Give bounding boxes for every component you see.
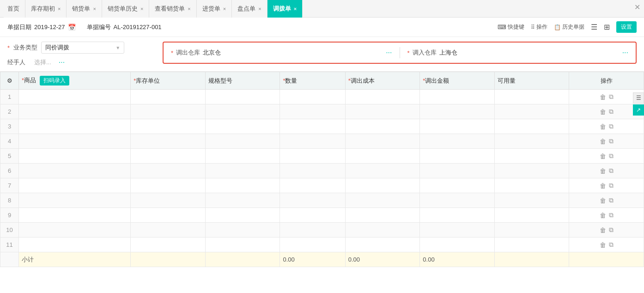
cell-amount[interactable] [420,90,495,104]
window-close-icon[interactable]: ✕ [634,4,640,11]
cell-cost[interactable] [345,223,420,238]
cell-goods[interactable] [19,178,131,193]
cell-spec[interactable] [205,90,280,104]
tab-transfer-order[interactable]: 调拨单 × [267,0,303,18]
cell-qty[interactable] [280,104,345,119]
th-gear[interactable]: ⚙ [0,72,19,90]
cell-avail[interactable] [494,208,569,223]
shortcut-action[interactable]: ⌨ 快捷键 [498,23,524,31]
tab-purchase-order-close[interactable]: × [223,6,226,12]
cell-cost[interactable] [345,178,420,193]
cell-unit[interactable] [131,164,206,178]
copy-icon[interactable]: ⧉ [609,108,614,116]
cell-cost[interactable] [345,208,420,223]
cell-unit[interactable] [131,134,206,149]
cell-unit[interactable] [131,178,206,193]
delete-icon[interactable]: 🗑 [600,108,606,116]
tab-inventory-init[interactable]: 库存期初 × [25,0,67,18]
cell-spec[interactable] [205,193,280,208]
cell-cost[interactable] [345,164,420,178]
cell-avail[interactable] [494,134,569,149]
cell-spec[interactable] [205,178,280,193]
tab-view-sales[interactable]: 查看销货单 × [149,0,196,18]
sidebar-expand-icon[interactable]: ↗ [633,104,644,116]
transfer-out-dots[interactable]: ··· [386,49,392,57]
cell-amount[interactable] [420,149,495,164]
delete-icon[interactable]: 🗑 [600,153,606,160]
delete-icon[interactable]: 🗑 [600,138,606,145]
cell-avail[interactable] [494,149,569,164]
cell-amount[interactable] [420,164,495,178]
cell-amount[interactable] [420,134,495,149]
copy-icon[interactable]: ⧉ [609,152,614,160]
cell-cost[interactable] [345,149,420,164]
cell-spec[interactable] [205,104,280,119]
delete-icon[interactable]: 🗑 [600,182,606,189]
tab-home[interactable]: 首页 [4,0,25,18]
cell-amount[interactable] [420,193,495,208]
delete-icon[interactable]: 🗑 [600,123,606,130]
biz-type-select[interactable]: 同价调拨 ▼ [41,42,124,54]
copy-icon[interactable]: ⧉ [609,137,614,145]
cell-unit[interactable] [131,208,206,223]
copy-icon[interactable]: ⧉ [609,211,614,219]
delete-icon[interactable]: 🗑 [600,197,606,204]
cell-qty[interactable] [280,164,345,178]
copy-icon[interactable]: ⧉ [609,226,614,234]
delete-icon[interactable]: 🗑 [600,241,606,249]
tab-sales-order[interactable]: 销货单 × [67,0,102,18]
cell-avail[interactable] [494,193,569,208]
cell-amount[interactable] [420,208,495,223]
cell-qty[interactable] [280,90,345,104]
tab-view-sales-close[interactable]: × [188,6,190,12]
cell-qty[interactable] [280,193,345,208]
cell-goods[interactable] [19,104,131,119]
cell-goods[interactable] [19,90,131,104]
cell-avail[interactable] [494,223,569,238]
cell-avail[interactable] [494,178,569,193]
cell-unit[interactable] [131,119,206,134]
tab-inventory-count-close[interactable]: × [258,6,261,12]
cell-qty[interactable] [280,223,345,238]
cell-spec[interactable] [205,164,280,178]
history-action[interactable]: 📋 历史单据 [554,23,584,31]
cell-unit[interactable] [131,90,206,104]
copy-icon[interactable]: ⧉ [609,241,614,249]
cell-goods[interactable] [19,223,131,238]
copy-icon[interactable]: ⧉ [609,93,614,101]
cell-goods[interactable] [19,149,131,164]
cell-goods[interactable] [19,193,131,208]
operation-action[interactable]: ⠿ 操作 [531,23,547,31]
copy-icon[interactable]: ⧉ [609,167,614,175]
cell-qty[interactable] [280,178,345,193]
cell-avail[interactable] [494,119,569,134]
cell-cost[interactable] [345,238,420,252]
delete-icon[interactable]: 🗑 [600,226,606,234]
cell-qty[interactable] [280,134,345,149]
cell-avail[interactable] [494,164,569,178]
transfer-in-dots[interactable]: ··· [622,49,628,57]
cell-cost[interactable] [345,134,420,149]
cell-goods[interactable] [19,238,131,252]
cell-avail[interactable] [494,104,569,119]
cell-spec[interactable] [205,223,280,238]
tab-purchase-order[interactable]: 进货单 × [197,0,232,18]
cell-qty[interactable] [280,238,345,252]
cell-amount[interactable] [420,178,495,193]
delete-icon[interactable]: 🗑 [600,93,606,101]
cell-spec[interactable] [205,149,280,164]
cell-amount[interactable] [420,223,495,238]
cell-cost[interactable] [345,193,420,208]
cell-amount[interactable] [420,238,495,252]
cell-goods[interactable] [19,164,131,178]
cell-amount[interactable] [420,119,495,134]
tab-sales-order-close[interactable]: × [93,6,96,12]
cell-avail[interactable] [494,90,569,104]
cell-unit[interactable] [131,104,206,119]
delete-icon[interactable]: 🗑 [600,167,606,175]
cell-spec[interactable] [205,208,280,223]
cell-goods[interactable] [19,134,131,149]
view-toggle-2[interactable]: ⊞ [604,23,610,31]
view-toggle-1[interactable]: ☰ [591,23,597,31]
person-placeholder[interactable]: 选择... [34,58,51,67]
